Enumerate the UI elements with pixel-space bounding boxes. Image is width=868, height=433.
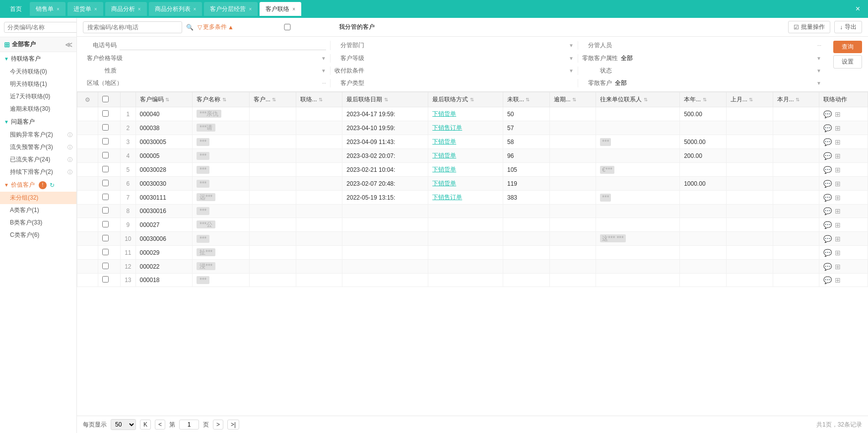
message-action-icon[interactable]: 💬 xyxy=(823,152,832,160)
category-search-input[interactable] xyxy=(4,22,77,33)
person-select[interactable]: ··· xyxy=(615,43,821,48)
purchase-tab-close[interactable]: × xyxy=(94,6,97,12)
row-checkbox-cell[interactable] xyxy=(98,191,121,205)
sidebar-item-class-c[interactable]: C类客户(6) xyxy=(0,229,76,241)
customer-layer-tab-close[interactable]: × xyxy=(249,6,252,12)
sidebar-item-unclassified[interactable]: 未分组(32) xyxy=(0,192,76,204)
sidebar-item-tomorrow-waiting[interactable]: 明天待联络(1) xyxy=(0,78,76,90)
customer-level-select[interactable]: ▼ xyxy=(367,56,574,61)
row-checkbox-cell[interactable] xyxy=(98,135,121,149)
message-action-icon[interactable]: 💬 xyxy=(823,138,832,146)
grid-action-icon[interactable]: ⊞ xyxy=(835,221,841,229)
row-checkbox[interactable] xyxy=(102,276,109,283)
row-last-method[interactable]: 下销货单 xyxy=(428,177,503,191)
row-checkbox[interactable] xyxy=(102,138,109,144)
row-checkbox-cell[interactable] xyxy=(98,121,121,135)
message-action-icon[interactable]: 💬 xyxy=(823,110,832,118)
row-checkbox[interactable] xyxy=(102,207,109,214)
grid-action-icon[interactable]: ⊞ xyxy=(835,194,841,202)
contact-method-link[interactable]: 下销货单 xyxy=(432,180,456,187)
row-checkbox[interactable] xyxy=(102,235,109,241)
sales-tab-close[interactable]: × xyxy=(57,6,60,12)
search-input[interactable] xyxy=(83,21,182,33)
price-level-select[interactable]: ▼ xyxy=(126,56,326,61)
grid-action-icon[interactable]: ⊞ xyxy=(835,152,841,160)
row-checkbox-cell[interactable] xyxy=(98,260,121,274)
row-last-method[interactable]: 下销货单 xyxy=(428,163,503,177)
more-filter-btn[interactable]: ▽ 更多条件 ▲ xyxy=(198,23,234,31)
col-this-year[interactable]: 本年... ⇅ xyxy=(680,92,727,107)
message-action-icon[interactable]: 💬 xyxy=(823,276,832,284)
col-overdue[interactable]: 逾期... ⇅ xyxy=(549,92,596,107)
sidebar-item-churn-warning[interactable]: 流失预警客户(3) ⓘ xyxy=(0,141,76,153)
grid-action-icon[interactable]: ⊞ xyxy=(835,110,841,118)
row-checkbox[interactable] xyxy=(102,124,109,131)
col-last-date[interactable]: 最后联络日期 ⇅ xyxy=(342,92,428,107)
grid-action-icon[interactable]: ⊞ xyxy=(835,235,841,243)
status-select[interactable]: ▼ xyxy=(615,68,821,73)
nav-tab-home[interactable]: 首页 xyxy=(4,2,28,16)
row-last-method[interactable]: 下销售订单 xyxy=(428,121,503,135)
row-last-method[interactable]: 下销售订单 xyxy=(428,191,503,205)
window-close-button[interactable]: × xyxy=(852,4,864,13)
row-last-method[interactable]: 下销货单 xyxy=(428,135,503,149)
dept-select[interactable]: ▼ xyxy=(367,43,574,48)
waiting-group-header[interactable]: ▼ 待联络客户 xyxy=(0,52,76,66)
message-action-icon[interactable]: 💬 xyxy=(823,124,832,132)
row-checkbox-cell[interactable] xyxy=(98,149,121,163)
message-action-icon[interactable]: 💬 xyxy=(823,194,832,202)
col-name[interactable]: 客户名称 ⇅ xyxy=(193,92,250,107)
payment-select[interactable]: ▼ xyxy=(367,68,574,73)
message-action-icon[interactable]: 💬 xyxy=(823,180,832,188)
row-checkbox[interactable] xyxy=(102,180,109,186)
contact-method-link[interactable]: 下销售订单 xyxy=(432,194,462,201)
row-checkbox-cell[interactable] xyxy=(98,107,121,121)
my-customer-checkbox[interactable]: 我分管的客户 xyxy=(238,23,375,31)
message-action-icon[interactable]: 💬 xyxy=(823,235,832,243)
search-icon[interactable]: 🔍 xyxy=(186,24,194,31)
contact-method-link[interactable]: 下销售订单 xyxy=(432,124,462,131)
nav-tab-analysis[interactable]: 商品分析 × xyxy=(105,2,147,16)
col-last-month[interactable]: 上月... ⇅ xyxy=(726,92,773,107)
col-checkbox-all[interactable] xyxy=(98,92,121,107)
next-page-btn[interactable]: > xyxy=(213,420,223,430)
nav-tab-customer-contact[interactable]: 客户联络 × xyxy=(260,2,301,16)
phone-input[interactable] xyxy=(120,41,326,50)
customer-contact-tab-close[interactable]: × xyxy=(292,6,295,12)
nav-tab-analysis-list[interactable]: 商品分析列表 × xyxy=(149,2,202,16)
nav-tab-sales[interactable]: 销售单 × xyxy=(30,2,66,16)
sidebar-collapse-btn[interactable]: ≪ xyxy=(65,41,72,49)
analysis-list-tab-close[interactable]: × xyxy=(194,6,197,12)
row-last-method[interactable]: 下销货单 xyxy=(428,149,503,163)
grid-action-icon[interactable]: ⊞ xyxy=(835,138,841,146)
page-input[interactable] xyxy=(179,420,199,430)
nav-tab-purchase[interactable]: 进货单 × xyxy=(67,2,103,16)
nature-select[interactable]: ▼ xyxy=(120,68,326,73)
first-page-btn[interactable]: K xyxy=(140,420,151,430)
row-checkbox[interactable] xyxy=(102,194,109,200)
sidebar-item-class-a[interactable]: A类客户(1) xyxy=(0,204,76,216)
my-customer-check[interactable] xyxy=(238,24,337,30)
col-code[interactable]: 客户编码 ⇅ xyxy=(135,92,193,107)
contact-method-link[interactable]: 下销货单 xyxy=(432,110,456,117)
problem-group-header[interactable]: ▼ 问题客户 xyxy=(0,115,76,129)
last-page-btn[interactable]: >| xyxy=(227,420,239,430)
contact-method-link[interactable]: 下销货单 xyxy=(432,138,456,145)
row-checkbox[interactable] xyxy=(102,249,109,255)
sidebar-item-7days-waiting[interactable]: 近7天待联络(0) xyxy=(0,90,76,103)
col-settings[interactable]: ⚙ xyxy=(77,92,98,107)
sidebar-item-today-waiting[interactable]: 今天待联络(0) xyxy=(0,66,76,78)
analysis-tab-close[interactable]: × xyxy=(138,6,141,12)
row-checkbox-cell[interactable] xyxy=(98,218,121,232)
message-action-icon[interactable]: 💬 xyxy=(823,221,832,229)
batch-op-btn[interactable]: ☑ 批量操作 xyxy=(788,21,830,33)
contact-method-link[interactable]: 下销货单 xyxy=(432,152,456,159)
row-checkbox[interactable] xyxy=(102,166,109,172)
message-action-icon[interactable]: 💬 xyxy=(823,263,832,271)
row-checkbox-cell[interactable] xyxy=(98,246,121,260)
region-select[interactable]: ··· xyxy=(126,80,326,86)
sidebar-item-overdue-waiting[interactable]: 逾期未联络(30) xyxy=(0,103,76,115)
sidebar-item-churned[interactable]: 已流失客户(24) ⓘ xyxy=(0,153,76,166)
person-more-btn[interactable]: ··· xyxy=(817,43,821,48)
grid-action-icon[interactable]: ⊞ xyxy=(835,124,841,132)
